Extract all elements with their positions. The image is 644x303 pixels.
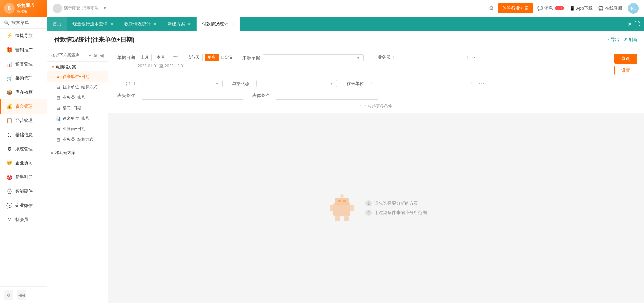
marketing-icon: 🎁 — [6, 47, 12, 53]
header-note-input[interactable] — [142, 92, 243, 100]
scheme-item-unit-date[interactable]: ● 往来单位+日期 — [47, 71, 108, 82]
app-download-btn[interactable]: 📱 App下载 — [569, 5, 593, 11]
sidebar-item-label: 畅会员 — [15, 217, 28, 223]
sidebar-collapse-btn[interactable]: ◀◀ — [17, 290, 26, 300]
scheme-item-staff-account[interactable]: ▤ 业务员+账号 — [47, 92, 108, 103]
date-opt-this-month[interactable]: 本月 — [154, 54, 168, 61]
settings-btn[interactable]: 设置 — [614, 66, 637, 75]
sidebar-item-label: 采购管理 — [15, 75, 33, 81]
mobile-section-title[interactable]: ▶ 移动端方案 — [47, 147, 108, 157]
scheme-collapse-btn[interactable]: ◀ — [100, 53, 104, 58]
tab-bank-flow[interactable]: 现金银行流水查询 ✕ — [67, 17, 119, 31]
tab-home[interactable]: 首页 — [47, 17, 67, 31]
scheme-item-unit-settle[interactable]: ▤ 往来单位+结算方式 — [47, 82, 108, 92]
scheme-table3-icon: ▤ — [55, 105, 61, 111]
sidebar-item-finance[interactable]: 💰 资金管理 — [0, 99, 47, 114]
step2-circle: 2 — [365, 210, 372, 216]
sidebar-item-vip[interactable]: ∨ 畅会员 — [0, 213, 47, 227]
svg-rect-1 — [335, 198, 349, 205]
staff-select[interactable] — [393, 56, 468, 59]
topbar-dropdown-arrow[interactable]: ▼ — [103, 6, 107, 11]
tab-new-scheme[interactable]: 新建方案 ✕ — [162, 17, 197, 31]
trial-btn[interactable]: 体验行业方案 — [498, 3, 533, 13]
scheme-item-staff-settle[interactable]: ▤ 业务员+结算方式 — [47, 134, 108, 145]
export-btn[interactable]: ↑ 导出 — [607, 37, 620, 43]
sidebar-settings-btn[interactable]: ⚙ — [4, 290, 13, 300]
date-range-display: 2022-01-01 至 2022-12-31 — [138, 64, 185, 68]
query-btn[interactable]: 查询 — [614, 54, 637, 64]
tab-payment-stats[interactable]: 付款情况统计 ✕ — [197, 17, 240, 31]
header-note-label: 表头备注 — [115, 93, 135, 99]
counterparty-dots[interactable]: ··· — [479, 81, 484, 87]
tab-payment-stats-label: 付款情况统计 — [202, 21, 228, 27]
tab-new-scheme-close[interactable]: ✕ — [188, 22, 191, 26]
user-avatar[interactable]: Rit — [628, 3, 639, 14]
scheme-table5-icon: ▤ — [55, 137, 61, 142]
sidebar-item-label: 快捷导航 — [15, 33, 33, 39]
topbar-gear-icon[interactable]: ⚙ — [489, 5, 494, 11]
scheme-item-staff-date[interactable]: ▤ 业务员+日期 — [47, 124, 108, 134]
scheme-item-dept-date[interactable]: ▤ 部门+日期 — [47, 103, 108, 113]
collapse-up-icon: ⌃⌃ — [360, 104, 367, 109]
sidebar-item-marketing[interactable]: 🎁 营销推广 — [0, 43, 47, 57]
tab-receipt-stats[interactable]: 收款情况统计 ✕ — [119, 17, 162, 31]
sidebar-item-guide[interactable]: 🎯 新手引导 — [0, 170, 47, 184]
sidebar-item-operations[interactable]: 📋 经营管理 — [0, 114, 47, 128]
dept-select[interactable]: ▼ — [142, 80, 223, 87]
basics-icon: 🗂 — [6, 132, 12, 138]
tab-receipt-stats-close[interactable]: ✕ — [153, 22, 156, 26]
mobile-section-arrow: ▶ — [51, 151, 54, 155]
logo-icon: 6 — [4, 3, 15, 14]
sidebar-item-label: 系统管理 — [15, 146, 33, 152]
main-area: 演示账套 演示账号 ▼ ⚙ 体验行业方案 💬 消息 99+ 📱 App下载 🎧 … — [47, 0, 644, 303]
refresh-btn[interactable]: ↺ 刷新 — [623, 37, 637, 43]
customer-service-btn[interactable]: 🎧 在线客服 — [598, 5, 622, 11]
date-opt-custom[interactable]: 自定义 — [221, 55, 233, 60]
staff-dots[interactable]: ··· — [470, 54, 476, 60]
sidebar-item-system[interactable]: ⚙ 系统管理 — [0, 142, 47, 156]
sidebar-item-label: 经营管理 — [15, 118, 33, 124]
date-opt-last-month[interactable]: 上月 — [138, 54, 152, 61]
notification-btn[interactable]: 💬 消息 99+ — [537, 5, 564, 11]
sidebar-item-enterprise[interactable]: 🤝 企业协同 — [0, 156, 47, 170]
scheme-settings-icon[interactable]: ⚙ — [93, 53, 98, 58]
body-note-input[interactable] — [276, 92, 378, 100]
scheme-table4-icon: ▤ — [55, 126, 61, 132]
page-actions: ↑ 导出 ↺ 刷新 — [607, 37, 638, 43]
source-doc-select[interactable]: ▼ — [263, 54, 364, 61]
sidebar-item-basics[interactable]: 🗂 基础信息 — [0, 128, 47, 142]
desktop-section-title[interactable]: ▼ 电脑端方案 — [47, 62, 108, 71]
tabbar: 首页 现金银行流水查询 ✕ 收款情况统计 ✕ 新建方案 ✕ 付款情况统计 ✕ ✕… — [47, 17, 644, 31]
collapse-more-btn[interactable]: ⌃⌃ 收起更多条件 — [115, 100, 637, 113]
export-icon: ↑ — [607, 37, 610, 42]
scheme-panel-title: 按以下方案查询 — [51, 52, 87, 58]
sidebar-item-quick-nav[interactable]: ⚡ 快捷导航 — [0, 29, 47, 43]
sidebar-item-hardware[interactable]: ⌚ 智能硬件 — [0, 184, 47, 199]
tab-payment-stats-close[interactable]: ✕ — [231, 22, 234, 26]
svg-rect-6 — [335, 216, 340, 221]
window-close-btn[interactable]: ✕ — [627, 21, 632, 27]
tab-bank-flow-close[interactable]: ✕ — [110, 22, 113, 26]
date-opt-last7[interactable]: 近7天 — [186, 54, 203, 61]
date-filter: 单据日期 上月 本月 本年 近7天 更多 自定义 — [115, 54, 233, 69]
sidebar-item-label: 智能硬件 — [15, 188, 33, 194]
guide-icon: 🎯 — [6, 174, 12, 180]
scheme-add-btn[interactable]: + — [89, 53, 91, 58]
app-logo: 6 畅捷通巧 标准版 — [0, 0, 47, 17]
tab-bank-flow-label: 现金银行流水查询 — [72, 21, 108, 27]
sales-icon: 📊 — [6, 61, 12, 67]
body-note-label: 表体备注 — [250, 93, 270, 99]
counterparty-select[interactable] — [371, 82, 472, 85]
notification-badge: 99+ — [555, 6, 564, 10]
sidebar-item-inventory[interactable]: 📦 库存核算 — [0, 85, 47, 99]
doc-status-select[interactable]: ▼ — [256, 80, 337, 87]
empty-state-text: 1 请先选择要分析的方案 2 用过滤条件来缩小分析范围 — [365, 200, 427, 216]
date-opt-this-year[interactable]: 本年 — [170, 54, 184, 61]
search-menu[interactable]: 🔍 搜索菜单 — [0, 17, 47, 29]
sidebar-item-sales[interactable]: 📊 销售管理 — [0, 57, 47, 71]
sidebar-item-purchase[interactable]: 🛒 采购管理 — [0, 71, 47, 85]
scheme-item-unit-account[interactable]: 📊 往来单位+账号 — [47, 113, 108, 124]
window-maximize-btn[interactable]: ⛶ — [635, 21, 640, 27]
sidebar-item-wechat[interactable]: 💬 企业微信 — [0, 199, 47, 213]
date-opt-more[interactable]: 更多 — [205, 54, 219, 61]
